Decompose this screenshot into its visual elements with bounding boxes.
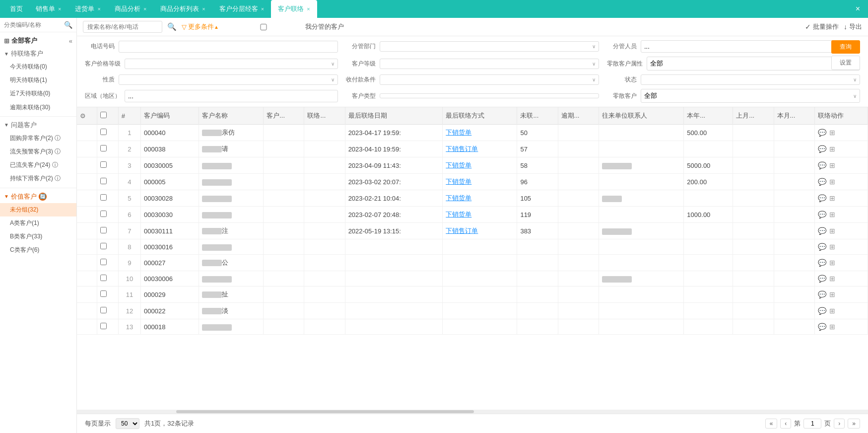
close-tab-customer-contact[interactable]: × <box>307 6 310 12</box>
last-page-btn[interactable]: » <box>848 419 860 429</box>
td-checkbox[interactable] <box>97 271 118 287</box>
export-btn[interactable]: ↓ 导出 <box>844 22 862 31</box>
nav-tab-customer-contact[interactable]: 客户联络 × <box>271 0 317 18</box>
td-checkbox[interactable] <box>97 141 118 157</box>
row-checkbox-0[interactable] <box>100 129 107 135</box>
next-page-btn[interactable]: › <box>834 419 845 429</box>
first-page-btn[interactable]: « <box>765 419 778 429</box>
sidebar-group-problem-customers[interactable]: ▼ 问题客户 <box>0 119 76 132</box>
chat-icon[interactable]: 💬 <box>818 243 826 251</box>
sidebar-item-b-class[interactable]: B类客户(33) <box>0 230 76 243</box>
sidebar-item-tomorrow[interactable]: 明天待联络(1) <box>0 73 76 87</box>
row-checkbox-8[interactable] <box>100 259 107 265</box>
department-select[interactable]: ∨ <box>380 41 599 52</box>
row-checkbox-6[interactable] <box>100 227 107 233</box>
chat-icon[interactable]: 💬 <box>818 145 826 153</box>
retail-customer-select[interactable]: 全部 ∨ <box>641 89 860 103</box>
grid-action-icon[interactable]: ⊞ <box>829 145 835 153</box>
customer-level-select[interactable]: ∨ <box>380 59 599 69</box>
sidebar-item-7days[interactable]: 近7天待联络(0) <box>0 87 76 100</box>
chat-icon[interactable]: 💬 <box>818 194 826 202</box>
gender-select[interactable]: ∨ <box>119 74 338 85</box>
prev-page-btn[interactable]: ‹ <box>780 419 791 429</box>
chat-icon[interactable]: 💬 <box>818 275 826 283</box>
last-method-link[interactable]: 下销货单 <box>446 161 471 169</box>
grid-action-icon[interactable]: ⊞ <box>829 227 835 235</box>
grid-action-icon[interactable]: ⊞ <box>829 290 835 298</box>
chat-icon[interactable]: 💬 <box>818 227 826 235</box>
chat-icon[interactable]: 💬 <box>818 129 826 137</box>
nav-tab-product-analysis[interactable]: 商品分析 × <box>108 0 153 18</box>
sidebar-item-a-class[interactable]: A类客户(1) <box>0 216 76 230</box>
td-checkbox[interactable] <box>97 287 118 303</box>
last-method-link[interactable]: 下销货单 <box>446 178 471 185</box>
nav-tab-purchase[interactable]: 进货单 × <box>68 0 107 18</box>
sidebar-item-declining[interactable]: 持续下滑客户(2) ⓘ <box>0 172 76 185</box>
last-method-link[interactable]: 下销售订单 <box>446 227 478 234</box>
my-customers-check[interactable] <box>224 24 303 30</box>
nav-home[interactable]: 首页 <box>4 0 29 18</box>
th-settings[interactable]: ⚙ <box>77 107 97 125</box>
td-checkbox[interactable] <box>97 174 118 190</box>
row-checkbox-11[interactable] <box>100 307 107 313</box>
status-select[interactable]: ∨ <box>641 74 860 85</box>
close-tab-product-analysis-list[interactable]: × <box>202 6 205 12</box>
horizontal-scrollbar[interactable] <box>77 410 868 414</box>
more-conditions-btn[interactable]: ▽ 更多条件 ▲ <box>182 22 219 31</box>
sidebar-search-icon[interactable]: 🔍 <box>64 21 72 29</box>
grid-action-icon[interactable]: ⊞ <box>829 323 835 331</box>
my-customers-checkbox[interactable]: 我分管的客户 <box>224 22 344 31</box>
all-customers-header[interactable]: ⊞ 全部客户 « <box>0 32 76 47</box>
manager-select[interactable]: ... <box>641 40 860 53</box>
row-checkbox-5[interactable] <box>100 211 107 217</box>
td-checkbox[interactable] <box>97 239 118 255</box>
payment-terms-select[interactable]: ∨ <box>380 74 599 85</box>
gear-icon[interactable]: ⚙ <box>80 112 86 120</box>
grid-action-icon[interactable]: ⊞ <box>829 275 835 283</box>
scrollbar-thumb[interactable] <box>176 410 474 413</box>
nav-tab-customer-segment[interactable]: 客户分层经客 × <box>212 0 271 18</box>
grid-action-icon[interactable]: ⊞ <box>829 243 835 251</box>
close-tab-purchase[interactable]: × <box>97 6 100 12</box>
price-level-select[interactable]: ∨ <box>125 59 338 69</box>
chat-icon[interactable]: 💬 <box>818 211 826 218</box>
search-button[interactable]: 🔍 <box>167 22 177 31</box>
sidebar-collapse-icon[interactable]: « <box>69 37 72 45</box>
td-checkbox[interactable] <box>97 319 118 335</box>
nav-tab-product-analysis-list[interactable]: 商品分析列表 × <box>153 0 212 18</box>
search-input[interactable] <box>83 21 162 33</box>
td-checkbox[interactable] <box>97 207 118 223</box>
chat-icon[interactable]: 💬 <box>818 259 826 267</box>
close-tab-customer-segment[interactable]: × <box>261 6 264 12</box>
chat-icon[interactable]: 💬 <box>818 323 826 331</box>
row-checkbox-4[interactable] <box>100 194 107 201</box>
grid-action-icon[interactable]: ⊞ <box>829 307 835 315</box>
chat-icon[interactable]: 💬 <box>818 161 826 169</box>
batch-ops-btn[interactable]: ✓ 批量操作 <box>805 22 839 31</box>
sidebar-group-pending-contact[interactable]: ▼ 待联络客户 <box>0 47 76 60</box>
sidebar-item-abnormal-purchase[interactable]: 固购异常客户(2) ⓘ <box>0 132 76 145</box>
row-checkbox-10[interactable] <box>100 290 107 297</box>
sidebar-group-value-customers[interactable]: ▼ 价值客户 🔄 <box>0 190 76 203</box>
th-checkbox[interactable] <box>97 107 118 125</box>
page-input[interactable] <box>803 419 821 429</box>
row-checkbox-2[interactable] <box>100 161 107 168</box>
retail-attr-select[interactable]: 全部 ∨ <box>647 57 860 71</box>
last-method-link[interactable]: 下销售订单 <box>446 145 478 152</box>
sidebar-item-churn-risk[interactable]: 流失预警客户(3) ⓘ <box>0 145 76 158</box>
close-tab-product-analysis[interactable]: × <box>143 6 146 12</box>
chat-icon[interactable]: 💬 <box>818 290 826 298</box>
td-checkbox[interactable] <box>97 157 118 174</box>
grid-action-icon[interactable]: ⊞ <box>829 129 835 137</box>
row-checkbox-3[interactable] <box>100 178 107 184</box>
phone-input[interactable] <box>119 41 338 53</box>
reset-button[interactable]: 设置 <box>831 56 860 70</box>
region-select[interactable]: ... <box>125 90 338 102</box>
td-checkbox[interactable] <box>97 125 118 141</box>
grid-action-icon[interactable]: ⊞ <box>829 161 835 169</box>
sidebar-item-c-class[interactable]: C类客户(6) <box>0 243 76 257</box>
chat-icon[interactable]: 💬 <box>818 307 826 315</box>
grid-action-icon[interactable]: ⊞ <box>829 178 835 186</box>
per-page-select[interactable]: 50 <box>116 418 139 429</box>
customer-type-select[interactable] <box>380 93 599 98</box>
